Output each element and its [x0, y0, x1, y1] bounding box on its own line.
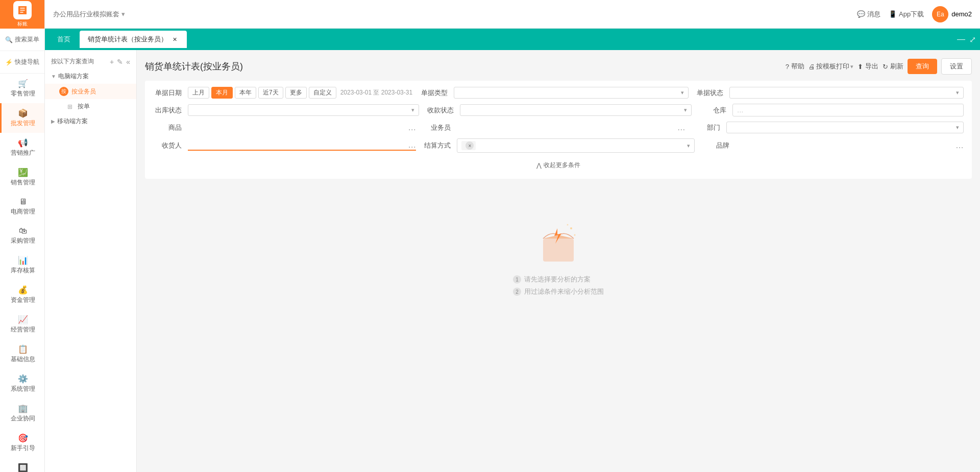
date-control: 上月 本月 本年 近7天 更多 自定义 2023-03-01 至 2023-03… [188, 87, 413, 99]
tree-parent-pc[interactable]: ▼ 电脑端方案 [45, 69, 136, 84]
tab-sales-stat[interactable]: 销货单统计表（按业务员） ✕ [80, 31, 187, 48]
quicknav-icon: ⚡ [5, 59, 13, 66]
dept-select[interactable]: ▾ [726, 122, 964, 133]
collapse-panel-button[interactable]: « [126, 58, 130, 66]
sidebar-nav-label: 营销推广 [11, 149, 35, 157]
user-menu[interactable]: Ea demo2 [932, 6, 972, 22]
refresh-button[interactable]: ↻ 刷新 [883, 62, 903, 71]
sidebar-item-finance[interactable]: 💰资金管理 [0, 280, 44, 310]
sidebar-item-newbie[interactable]: 🎯新手引导 [0, 428, 44, 458]
export-button[interactable]: ⬆ 导出 [857, 62, 878, 71]
date-custom[interactable]: 自定义 [309, 87, 336, 99]
sidebar-item-base[interactable]: 📋基础信息 [0, 339, 44, 369]
sidebar-item-wholesale[interactable]: 📦批发管理 [0, 103, 44, 133]
date-more[interactable]: 更多 [285, 87, 307, 99]
payment-select[interactable]: × ▾ [457, 138, 694, 153]
doc-type-select[interactable]: ▾ [454, 87, 688, 99]
filter-row-4: 收货人 … 结算方式 × ▾ 品牌 [153, 138, 964, 153]
sidebar-nav-label: 企业协同 [11, 414, 35, 423]
receipt-status-select[interactable]: ▾ [460, 104, 691, 116]
sidebar-item-apps[interactable]: 🔲应用中心 [0, 458, 44, 472]
settings-button[interactable]: 设置 [941, 58, 972, 75]
marketing-icon: 📢 [18, 138, 28, 148]
search-icon: 🔍 [5, 36, 13, 43]
tree-child-by-order[interactable]: ⊞ 按单 [45, 99, 136, 114]
collapse-button[interactable]: ⋀ 收起更多条件 [153, 158, 964, 173]
consignee-dots[interactable]: … [408, 140, 416, 150]
out-status-label: 出库状态 [153, 106, 182, 115]
query-button[interactable]: 查询 [908, 59, 937, 74]
sidebar-nav-label: 库存核算 [11, 266, 35, 275]
topbar-dropdown-icon[interactable]: ▾ [121, 10, 125, 18]
edit-scheme-button[interactable]: ✎ [117, 58, 123, 66]
retail-icon: 🛒 [18, 79, 28, 88]
sidebar-nav-label: 系统管理 [11, 385, 35, 393]
sidebar-item-corp[interactable]: 🏢企业协同 [0, 398, 44, 428]
payment-clear[interactable]: × [465, 141, 474, 150]
logo[interactable]: 标账 [0, 0, 44, 29]
sidebar-nav-label: 批发管理 [11, 119, 35, 128]
help-button[interactable]: ? 帮助 [786, 62, 804, 71]
sidebar-nav-label: 销售管理 [11, 178, 35, 187]
brand-label: 品牌 [701, 141, 729, 150]
goods-label: 商品 [153, 123, 182, 132]
goods-control: … [188, 123, 416, 132]
base-icon: 📋 [18, 344, 28, 354]
user-avatar: Ea [932, 6, 948, 22]
dept-arrow: ▾ [956, 124, 959, 131]
salesperson-dots[interactable]: … [677, 123, 685, 132]
payment-label: 结算方式 [422, 141, 451, 150]
topbar-title: 办公用品行业模拟账套 ▾ [53, 10, 849, 19]
sidebar-nav-label: 经营管理 [11, 325, 35, 334]
tab-close-button[interactable]: ✕ [170, 35, 179, 43]
sidebar-nav-label: 资金管理 [11, 296, 35, 304]
goods-dots[interactable]: … [408, 123, 416, 132]
add-scheme-button[interactable]: + [110, 58, 114, 66]
refresh-icon: ↻ [883, 63, 888, 70]
sidebar-item-inventory[interactable]: 📊库存核算 [0, 250, 44, 280]
warehouse-select[interactable]: … [732, 104, 964, 116]
tab-expand-button[interactable]: ⤢ [969, 35, 976, 44]
message-button[interactable]: 💬 消息 [857, 10, 880, 19]
search-menu-button[interactable]: 🔍 搜索菜单 [3, 33, 41, 46]
doc-type-label: 单据类型 [419, 88, 448, 98]
sidebar-quicknav-section: ⚡ 快捷导航 [0, 51, 44, 74]
sidebar-item-marketing[interactable]: 📢营销推广 [0, 133, 44, 162]
date-last-month[interactable]: 上月 [188, 87, 209, 99]
tab-home[interactable]: 首页 [49, 31, 79, 48]
sidebar-item-retail[interactable]: 🛒零售管理 [0, 74, 44, 103]
sidebar-item-purchase[interactable]: 🛍采购管理 [0, 221, 44, 250]
out-status-select[interactable]: ▾ [188, 104, 419, 116]
filter-area: 单据日期 上月 本月 本年 近7天 更多 自定义 2023-03-01 至 20… [145, 81, 972, 179]
salesperson-label: 业务员 [422, 123, 451, 132]
salesperson-control: … [457, 123, 685, 132]
print-button[interactable]: 🖨 按模板打印 ▾ [808, 62, 853, 71]
sidebar-item-sys[interactable]: ⚙️系统管理 [0, 369, 44, 398]
filter-row-1: 单据日期 上月 本月 本年 近7天 更多 自定义 2023-03-01 至 20… [153, 87, 964, 99]
doc-status-select[interactable]: ▾ [729, 87, 964, 99]
sidebar-item-sales[interactable]: 💹销售管理 [0, 162, 44, 192]
finance-icon: 💰 [18, 285, 28, 295]
doc-status-label: 单据状态 [695, 88, 723, 98]
doc-type-arrow: ▾ [681, 89, 684, 96]
quicknav-button[interactable]: ⚡ 快捷导航 [3, 55, 41, 69]
sidebar-item-ecom[interactable]: 🖥电商管理 [0, 192, 44, 221]
sidebar-nav-label: 新手引导 [11, 444, 35, 453]
brand-dots[interactable]: … [955, 141, 964, 150]
sidebar-item-biz[interactable]: 📈经营管理 [0, 310, 44, 339]
date-this-month[interactable]: 本月 [211, 87, 233, 99]
app-download-button[interactable]: 📱 App下载 [889, 10, 924, 19]
consignee-label: 收货人 [153, 141, 182, 150]
tab-minimize-button[interactable]: — [957, 35, 965, 44]
tree-parent-mobile[interactable]: ▶ 移动端方案 [45, 114, 136, 129]
sidebar-nav-label: 采购管理 [11, 237, 35, 245]
left-panel-title: 按以下方案查询 [51, 57, 94, 66]
biz-icon: 📈 [18, 315, 28, 324]
tree-child-by-sales[interactable]: 按 按业务员 [45, 84, 136, 99]
date-this-year[interactable]: 本年 [235, 87, 256, 99]
date-last-7[interactable]: 近7天 [258, 87, 283, 99]
print-icon: 🖨 [808, 63, 815, 70]
collapse-icon: ⋀ [536, 162, 542, 169]
logo-icon [13, 1, 32, 19]
empty-step-1: 1 请先选择要分析的方案 [513, 275, 604, 284]
